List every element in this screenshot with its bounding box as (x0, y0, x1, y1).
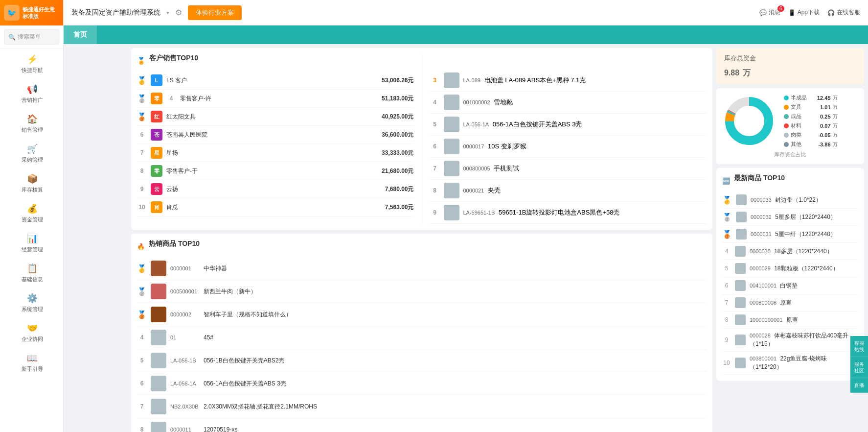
panel-center: 🏅 客户销售TOP10 🥇 L LS 客户 53,006.26元 (127, 44, 716, 432)
rank-item: 4 001000002 雪地靴 (430, 92, 707, 114)
product-info-5: LA-056-1A 056-1A白色按键开关盖ABS 3壳 (463, 120, 707, 129)
hot-product-item: 7 NB2.0X30B 2.0X30MM双搓花轴,搓花直径2.1MM/ROHS (137, 395, 707, 418)
float-service-btns: 客服热线 服务社区 直播 (850, 336, 868, 393)
latest-thumb-9 (735, 335, 746, 345)
latest-item: 8 10000100001 原查 (722, 312, 858, 329)
rank-item: 🥈 零 4 零售客户-许 51,183.00元 (137, 90, 414, 108)
customer-name-4: 苍南县人民医院 (166, 131, 378, 139)
online-service-button[interactable]: 🎧 在线客服 (827, 8, 860, 17)
search-icon: 🔍 (8, 34, 16, 41)
content-area: 🏅 客户销售TOP10 🥇 L LS 客户 53,006.26元 (64, 44, 868, 432)
sidebar-item-guide[interactable]: 📖 新手引导 (0, 348, 63, 378)
latest-item: 🥉 0000031 5厘中纤（1220*2440） (722, 226, 858, 243)
search-menu-container: 🔍 搜索菜单 (0, 25, 63, 49)
hot-product-img-3 (151, 307, 166, 322)
logo-text: 畅捷通好生意 标准版 (23, 6, 55, 20)
latest-icon: 🆕 (722, 177, 730, 185)
rank-num-p3: 3 (430, 77, 440, 84)
product-rank-header (430, 54, 707, 66)
customer-rank-card: 🏅 客户销售TOP10 🥇 L LS 客户 53,006.26元 (131, 48, 712, 230)
sidebar-item-sales[interactable]: 🏠 销售管理 (0, 109, 63, 139)
sidebar-item-finance[interactable]: 💰 资金管理 (0, 198, 63, 228)
rank-num-p8: 8 (430, 187, 440, 194)
customer-avatar-2: 零 (151, 93, 162, 104)
rank-num-2: 4 (166, 95, 176, 102)
rank-num-p5: 5 (430, 121, 440, 128)
rank-num-p4: 4 (430, 99, 440, 106)
legend-item-4: 材料 0.07 万 (784, 122, 838, 129)
customer-amount-2: 51,183.00元 (382, 95, 413, 103)
sidebar-item-purchase[interactable]: 🛒 采购管理 (0, 139, 63, 168)
customer-name-7: 云扬 (166, 185, 381, 193)
latest-item: 10 003800001 22g鱼豆腐-烧烤味（1*12*20） (722, 352, 858, 375)
customer-avatar-3: 红 (151, 111, 162, 122)
inventory-title: 库存总资金 (724, 54, 856, 63)
hot-product-item: 🥇 0000001 中华神器 (137, 257, 707, 280)
latest-info-10: 003800001 22g鱼豆腐-烧烤味（1*12*20） (750, 355, 858, 371)
rank-num-4: 6 (137, 131, 147, 138)
sidebar-item-operations[interactable]: 📊 经营管理 (0, 228, 63, 258)
hot-product-item: 🥈 000500001 新西兰牛肉（新牛） (137, 280, 707, 303)
latest-medal-1: 🥇 (722, 195, 732, 205)
inventory-icon: 📦 (27, 173, 38, 184)
nav-tabs: 首页 (64, 25, 868, 44)
product-thumb-3 (444, 72, 459, 88)
donut-container: 半成品 12.45 万 文具 1.01 万 成品 (722, 94, 858, 148)
latest-medal-3: 🥉 (722, 230, 732, 239)
customer-name-3: 红太阳文具 (166, 113, 378, 121)
settings-icon[interactable]: ⚙ (175, 8, 182, 17)
trial-button[interactable]: 体验行业方案 (188, 5, 242, 20)
sidebar-item-quick[interactable]: ⚡ 快捷导航 (0, 49, 63, 79)
dropdown-arrow-icon[interactable]: ▾ (166, 9, 169, 16)
app-logo: 🐦 畅捷通好生意 标准版 (0, 0, 63, 25)
product-thumb-8 (444, 183, 459, 198)
latest-thumb-2 (736, 212, 747, 222)
tab-home[interactable]: 首页 (64, 25, 97, 44)
latest-info-5: 0000029 18颗粒板（1220*2440） (750, 264, 858, 273)
latest-item: 7 000800008 原查 (722, 294, 858, 312)
hot-product-img-2 (151, 284, 166, 299)
sidebar-item-basic[interactable]: 📋 基础信息 (0, 258, 63, 288)
search-menu-button[interactable]: 🔍 搜索菜单 (4, 29, 59, 45)
medal-icon-2: 🥈 (137, 94, 147, 103)
messages-button[interactable]: 💬 消息 6 (759, 8, 780, 17)
customer-amount-8: 7,563.00元 (385, 203, 414, 212)
latest-item: 5 0000029 18颗粒板（1220*2440） (722, 260, 858, 277)
customer-rank-title: 客户销售TOP10 (149, 54, 198, 63)
operations-icon: 📊 (27, 233, 38, 244)
quick-icon: ⚡ (27, 54, 38, 65)
rank-num-p9: 9 (430, 209, 440, 216)
customer-rank-list: 🥇 L LS 客户 53,006.26元 🥈 零 4 零售客户-许 51,18 (137, 72, 414, 216)
float-community-btn[interactable]: 服务社区 (850, 357, 868, 378)
rank-item: 10 肖 肖总 7,563.00元 (137, 198, 414, 216)
guide-icon: 📖 (27, 353, 38, 363)
customer-name-8: 肖总 (166, 203, 381, 212)
customer-name-6: 零售客户-于 (166, 167, 378, 175)
hot-product-thumb-6 (151, 376, 166, 391)
donut-svg (722, 94, 776, 148)
rank-num-5: 7 (137, 149, 147, 156)
app-download-button[interactable]: 📱 App下载 (788, 8, 820, 17)
product-rank-list: 3 LA-089 电池盖 LA-089 ABS本色+黑种 7.1克 4 (430, 70, 707, 224)
sidebar-item-system[interactable]: ⚙️ 系统管理 (0, 288, 63, 318)
rank-num-p6: 6 (430, 143, 440, 150)
legend-item-1: 半成品 12.45 万 (784, 94, 838, 101)
product-thumb-5 (444, 117, 459, 132)
rank-item: 7 星 星扬 33,333.00元 (137, 144, 414, 162)
sidebar-item-inventory[interactable]: 📦 库存核算 (0, 168, 63, 198)
panel-left (64, 44, 127, 432)
latest-info-3: 0000031 5厘中纤（1220*2440） (751, 230, 858, 239)
sidebar-item-marketing[interactable]: 📢 营销推广 (0, 79, 63, 109)
latest-thumb-10 (735, 358, 746, 368)
customer-amount-5: 33,333.00元 (382, 149, 413, 157)
latest-item: 9 0000028 体彬嘉枝味苏打饮品400毫升（1*15） (722, 329, 858, 352)
float-service-btn[interactable]: 客服热线 (850, 336, 868, 357)
customer-avatar-4: 苍 (151, 129, 162, 141)
float-live-btn[interactable]: 直播 (850, 378, 868, 393)
sidebar-item-enterprise[interactable]: 🤝 企业协同 (0, 318, 63, 348)
rank-item: 6 0000017 10S 变刹罗猴 (430, 136, 707, 158)
latest-item: 4 0000030 18多层（1220*2440） (722, 243, 858, 260)
product-info-8: 0000021 夹壳 (463, 186, 707, 195)
latest-thumb-8 (735, 314, 746, 325)
topbar: 装备及固定资产辅助管理系统 ▾ ⚙ 体验行业方案 💬 消息 6 📱 App下载 … (64, 0, 868, 25)
